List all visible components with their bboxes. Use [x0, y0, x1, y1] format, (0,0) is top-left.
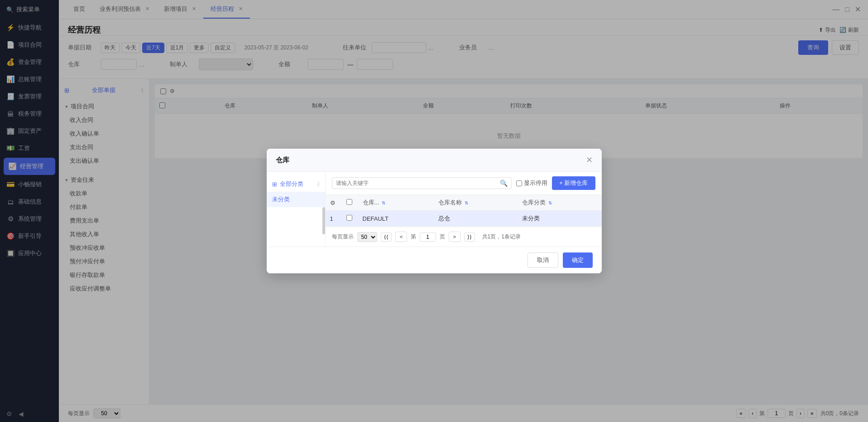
modal-first-page[interactable]: ⟨⟨: [381, 233, 392, 242]
modal-th-settings: ⚙: [326, 195, 342, 211]
modal-body: ⊞ 全部分类 《 未分类 🔍: [267, 172, 602, 247]
modal-header: 仓库 ✕: [267, 149, 602, 172]
show-disabled-label[interactable]: 显示停用: [516, 179, 547, 187]
modal-pagination: 每页显示 50 ⟨⟨ ＜ 第 页 ＞ ⟩⟩ 共1页，1条记录: [326, 227, 602, 247]
modal-prev-page[interactable]: ＜: [395, 232, 407, 242]
modal-total-label: 共1页，1条记录: [482, 233, 521, 241]
modal-cancel-button[interactable]: 取消: [528, 252, 558, 268]
modal-th-code: 仓库... ⇅: [358, 195, 434, 211]
warehouse-modal: 仓库 ✕ ⊞ 全部分类 《 未分类: [267, 149, 602, 273]
table-row[interactable]: 1 DEFAULT 总仓 未分类: [326, 211, 602, 227]
modal-table-wrap: ⚙ 仓库... ⇅ 仓库名称: [326, 195, 602, 227]
modal-search-icon: 🔍: [500, 179, 508, 187]
modal-th-checkbox: [342, 195, 358, 211]
grid-icon-2: ⊞: [272, 181, 277, 188]
show-disabled-checkbox[interactable]: [516, 180, 522, 186]
modal-search-input[interactable]: [336, 180, 498, 186]
row-checkbox-cell: [342, 211, 358, 227]
modal-last-page[interactable]: ⟩⟩: [464, 233, 475, 242]
modal-th-category: 仓库分类 ⇅: [518, 195, 601, 211]
modal-th-name: 仓库名称 ⇅: [434, 195, 518, 211]
modal-right-panel: 🔍 显示停用 + 新增仓库 ⚙: [326, 172, 602, 247]
modal-overlay: 仓库 ✕ ⊞ 全部分类 《 未分类: [0, 0, 868, 422]
sort-name-icon[interactable]: ⇅: [465, 200, 468, 205]
modal-select-all[interactable]: [346, 199, 352, 205]
add-warehouse-button[interactable]: + 新增仓库: [552, 176, 595, 190]
modal-table: ⚙ 仓库... ⇅ 仓库名称: [326, 195, 602, 227]
modal-search-box: 🔍: [332, 177, 512, 189]
modal-close-button[interactable]: ✕: [586, 155, 593, 165]
modal-confirm-button[interactable]: 确定: [563, 252, 593, 268]
modal-page-suffix: 页: [440, 233, 445, 241]
settings-col-icon[interactable]: ⚙: [330, 199, 336, 206]
modal-page-size-label: 每页显示: [332, 233, 354, 241]
modal-page-input[interactable]: [420, 233, 436, 242]
modal-category-uncategorized[interactable]: 未分类: [267, 192, 325, 207]
modal-left-panel: ⊞ 全部分类 《 未分类: [267, 172, 326, 247]
modal-page-label: 第: [411, 233, 416, 241]
scrollbar-thumb: [322, 207, 325, 234]
modal-title: 仓库: [276, 156, 289, 165]
sort-category-icon[interactable]: ⇅: [548, 200, 552, 205]
modal-next-page[interactable]: ＞: [449, 232, 460, 242]
modal-toolbar: 🔍 显示停用 + 新增仓库: [326, 172, 602, 195]
row-checkbox[interactable]: [346, 215, 352, 221]
row-warehouse-category: 未分类: [518, 211, 601, 227]
modal-page-size-select[interactable]: 50: [357, 232, 377, 242]
modal-collapse-icon[interactable]: 《: [315, 181, 320, 188]
modal-footer: 取消 确定: [267, 247, 602, 273]
row-num: 1: [326, 211, 342, 227]
row-warehouse-code: DEFAULT: [358, 211, 434, 227]
sort-code-icon[interactable]: ⇅: [382, 200, 385, 205]
row-warehouse-name: 总仓: [434, 211, 518, 227]
modal-all-category[interactable]: ⊞ 全部分类 《: [267, 176, 325, 192]
